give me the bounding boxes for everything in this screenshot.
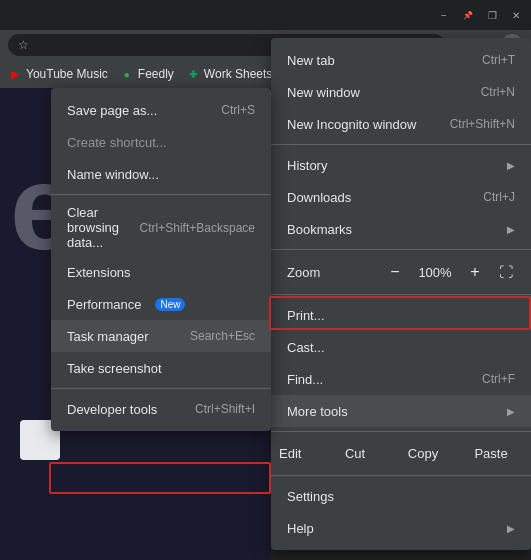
menu-item-new-tab[interactable]: New tab Ctrl+T [271,44,531,76]
edit-label: Edit [279,446,319,461]
bookmark-youtube-music[interactable]: ▶ YouTube Music [8,67,108,81]
new-window-shortcut: Ctrl+N [481,85,515,99]
sub-menu-divider-2 [51,388,271,389]
sub-menu-more-tools: Save page as... Ctrl+S Create shortcut..… [51,88,271,431]
bookmark-work-sheets[interactable]: ✚ Work Sheets [186,67,272,81]
feedly-label: Feedly [138,67,174,81]
sub-menu-clear-browsing-data[interactable]: Clear browsing data... Ctrl+Shift+Backsp… [51,199,271,256]
menu-item-settings[interactable]: Settings [271,480,531,512]
new-tab-shortcut: Ctrl+T [482,53,515,67]
menu-item-help[interactable]: Help ▶ [271,512,531,544]
sub-menu-task-manager[interactable]: Task manager Search+Esc [51,320,271,352]
developer-tools-label: Developer tools [67,402,157,417]
maximize-button[interactable]: ❐ [481,4,503,26]
edit-row: Edit Cut Copy Paste [271,436,531,471]
take-screenshot-label: Take screenshot [67,361,162,376]
zoom-control: Zoom − 100% + ⛶ [271,254,531,290]
menu-item-history[interactable]: History ▶ [271,149,531,181]
new-window-label: New window [287,85,360,100]
menu-divider-5 [271,475,531,476]
zoom-value: 100% [417,265,453,280]
downloads-label: Downloads [287,190,351,205]
task-manager-label: Task manager [67,329,149,344]
minimize-button[interactable]: − [433,4,455,26]
zoom-minus-button[interactable]: − [383,260,407,284]
menu-divider-3 [271,294,531,295]
new-tab-label: New tab [287,53,335,68]
menu-item-print[interactable]: Print... [271,299,531,331]
create-shortcut-label: Create shortcut... [67,135,167,150]
clear-browsing-data-shortcut: Ctrl+Shift+Backspace [140,221,255,235]
title-bar: − 📌 ❐ ✕ [0,0,531,30]
clear-browsing-data-label: Clear browsing data... [67,205,140,250]
help-label: Help [287,521,314,536]
menu-item-new-window[interactable]: New window Ctrl+N [271,76,531,108]
fullscreen-button[interactable]: ⛶ [497,262,515,282]
menu-divider-2 [271,249,531,250]
youtube-music-label: YouTube Music [26,67,108,81]
paste-button[interactable]: Paste [459,440,523,467]
more-tools-arrow: ▶ [507,406,515,417]
bookmarks-arrow: ▶ [507,224,515,235]
menu-item-more-tools[interactable]: More tools ▶ [271,395,531,427]
menu-item-bookmarks[interactable]: Bookmarks ▶ [271,213,531,245]
zoom-plus-button[interactable]: + [463,260,487,284]
print-label: Print... [287,308,325,323]
find-label: Find... [287,372,323,387]
worksheets-label: Work Sheets [204,67,272,81]
history-label: History [287,158,327,173]
sub-menu-name-window[interactable]: Name window... [51,158,271,190]
find-shortcut: Ctrl+F [482,372,515,386]
cut-button[interactable]: Cut [323,440,387,467]
zoom-controls: − 100% + ⛶ [383,260,515,284]
worksheets-favicon: ✚ [186,67,200,81]
bookmarks-label: Bookmarks [287,222,352,237]
more-tools-label: More tools [287,404,348,419]
performance-label: Performance [67,297,141,312]
sub-menu-divider-1 [51,194,271,195]
history-arrow: ▶ [507,160,515,171]
new-incognito-shortcut: Ctrl+Shift+N [450,117,515,131]
downloads-shortcut: Ctrl+J [483,190,515,204]
star-icon: ☆ [16,36,31,54]
sub-menu-save-page-as[interactable]: Save page as... Ctrl+S [51,94,271,126]
help-arrow: ▶ [507,523,515,534]
bookmark-feedly[interactable]: ● Feedly [120,67,174,81]
settings-label: Settings [287,489,334,504]
menu-item-find[interactable]: Find... Ctrl+F [271,363,531,395]
developer-tools-shortcut: Ctrl+Shift+I [195,402,255,416]
menu-divider-4 [271,431,531,432]
pin-button[interactable]: 📌 [457,4,479,26]
sub-menu-create-shortcut[interactable]: Create shortcut... [51,126,271,158]
sub-menu-performance[interactable]: Performance New [51,288,271,320]
sub-menu-take-screenshot[interactable]: Take screenshot [51,352,271,384]
save-page-as-label: Save page as... [67,103,157,118]
youtube-music-favicon: ▶ [8,67,22,81]
name-window-label: Name window... [67,167,159,182]
menu-item-new-incognito[interactable]: New Incognito window Ctrl+Shift+N [271,108,531,140]
feedly-favicon: ● [120,67,134,81]
sub-menu-extensions[interactable]: Extensions [51,256,271,288]
copy-button[interactable]: Copy [391,440,455,467]
menu-item-cast[interactable]: Cast... [271,331,531,363]
menu-item-downloads[interactable]: Downloads Ctrl+J [271,181,531,213]
zoom-label: Zoom [287,265,320,280]
menu-divider-1 [271,144,531,145]
performance-left: Performance New [67,297,185,312]
save-page-as-shortcut: Ctrl+S [221,103,255,117]
sub-menu-developer-tools[interactable]: Developer tools Ctrl+Shift+I [51,393,271,425]
extensions-label: Extensions [67,265,131,280]
main-menu: New tab Ctrl+T New window Ctrl+N New Inc… [271,38,531,550]
cast-label: Cast... [287,340,325,355]
performance-badge: New [155,298,185,311]
task-manager-shortcut: Search+Esc [190,329,255,343]
new-incognito-label: New Incognito window [287,117,416,132]
close-button[interactable]: ✕ [505,4,527,26]
